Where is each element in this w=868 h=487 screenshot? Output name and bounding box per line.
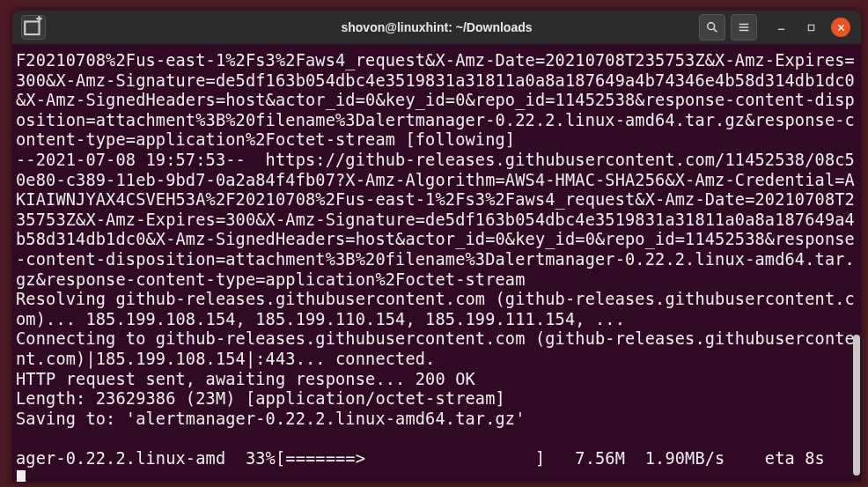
minimize-button[interactable]	[771, 18, 791, 37]
scrollbar-thumb[interactable]	[853, 335, 860, 476]
search-icon	[706, 21, 718, 33]
terminal-body[interactable]: F20210708%2Fus-east-1%2Fs3%2Faws4_reques…	[12, 44, 861, 482]
svg-line-4	[714, 29, 717, 33]
titlebar: shovon@linuxhint: ~/Downloads	[12, 11, 861, 44]
titlebar-right	[699, 14, 856, 41]
new-tab-icon	[22, 16, 45, 39]
close-button[interactable]	[831, 18, 850, 37]
scrollbar[interactable]	[853, 44, 860, 482]
window-controls	[771, 18, 850, 37]
hamburger-icon	[738, 21, 750, 33]
svg-point-3	[708, 23, 715, 30]
titlebar-left	[18, 15, 46, 40]
close-icon	[837, 24, 845, 32]
maximize-icon	[807, 24, 815, 32]
terminal-output: F20210708%2Fus-east-1%2Fs3%2Faws4_reques…	[16, 51, 857, 482]
menu-button[interactable]	[731, 14, 757, 41]
new-tab-button[interactable]	[21, 15, 46, 40]
maximize-button[interactable]	[801, 18, 820, 37]
search-button[interactable]	[699, 14, 725, 41]
minimize-icon	[777, 24, 785, 32]
svg-rect-9	[808, 25, 813, 30]
cursor	[17, 470, 26, 482]
terminal-window: shovon@linuxhint: ~/Downloads	[12, 11, 861, 482]
svg-rect-0	[25, 22, 39, 35]
